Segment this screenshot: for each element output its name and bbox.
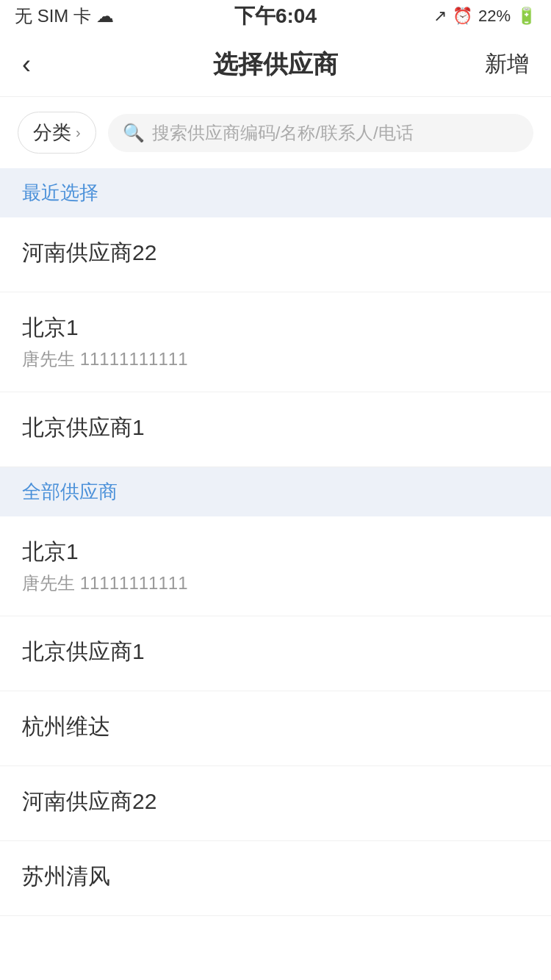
page-title: 选择供应商 — [81, 48, 470, 82]
alarm-icon: ⏰ — [453, 7, 472, 26]
item-name: 北京1 — [22, 537, 529, 567]
all-items-list: 北京1唐先生 11111111111北京供应商1杭州维达河南供应商22苏州清风 — [0, 516, 551, 916]
item-name: 北京供应商1 — [22, 637, 529, 667]
recent-items-list: 河南供应商22北京1唐先生 11111111111北京供应商1 — [0, 217, 551, 467]
status-right: ↗ ⏰ 22% 🔋 — [433, 7, 536, 26]
list-item[interactable]: 河南供应商22 — [0, 217, 551, 292]
list-item[interactable]: 苏州清风 — [0, 841, 551, 916]
filter-bar: 分类 › 🔍 — [0, 97, 551, 168]
item-name: 北京供应商1 — [22, 413, 529, 443]
location-icon: ↗ — [433, 7, 447, 26]
item-name: 杭州维达 — [22, 712, 529, 742]
list-item[interactable]: 北京1唐先生 11111111111 — [0, 292, 551, 392]
nav-bar: ‹ 选择供应商 新增 — [0, 32, 551, 97]
status-time: 下午6:04 — [234, 2, 317, 30]
add-button[interactable]: 新增 — [470, 49, 529, 79]
battery-icon: 🔋 — [516, 7, 536, 26]
list-item[interactable]: 北京1唐先生 11111111111 — [0, 516, 551, 616]
status-left: 无 SIM 卡 ☁ — [15, 4, 114, 28]
item-name: 河南供应商22 — [22, 787, 529, 817]
search-icon: 🔍 — [123, 123, 145, 143]
chevron-right-icon: › — [76, 124, 81, 141]
list-item[interactable]: 北京供应商1 — [0, 392, 551, 467]
status-bar: 无 SIM 卡 ☁ 下午6:04 ↗ ⏰ 22% 🔋 — [0, 0, 551, 32]
search-input[interactable] — [152, 123, 519, 143]
category-label: 分类 — [33, 120, 71, 145]
category-button[interactable]: 分类 › — [18, 112, 96, 154]
recent-header-label: 最近选择 — [22, 181, 98, 203]
back-button[interactable]: ‹ — [22, 49, 81, 80]
item-contact: 唐先生 11111111111 — [22, 572, 529, 595]
sim-status: 无 SIM 卡 ☁ — [15, 4, 114, 28]
all-header-label: 全部供应商 — [22, 480, 118, 502]
recent-section-header: 最近选择 — [0, 168, 551, 217]
search-box: 🔍 — [108, 114, 533, 152]
item-name: 河南供应商22 — [22, 238, 529, 268]
all-section-header: 全部供应商 — [0, 467, 551, 516]
item-name: 北京1 — [22, 313, 529, 343]
list-item[interactable]: 北京供应商1 — [0, 616, 551, 691]
battery-level: 22% — [478, 7, 511, 26]
list-item[interactable]: 河南供应商22 — [0, 766, 551, 841]
list-item[interactable]: 杭州维达 — [0, 691, 551, 766]
item-contact: 唐先生 11111111111 — [22, 347, 529, 371]
item-name: 苏州清风 — [22, 862, 529, 892]
